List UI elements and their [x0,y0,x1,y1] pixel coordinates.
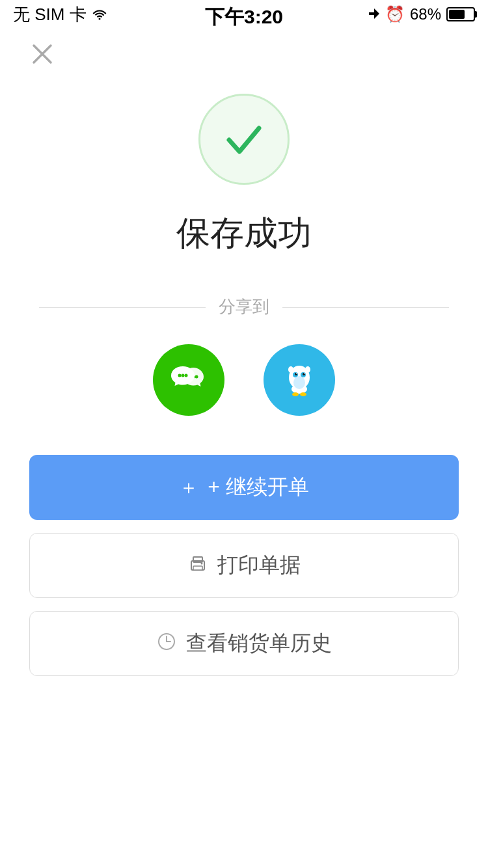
location-icon [368,5,380,23]
svg-point-21 [296,373,297,374]
status-time: 下午3:20 [205,4,283,31]
svg-point-23 [293,376,305,389]
plus-icon: ＋ [179,474,198,501]
actions: ＋ + 继续开单 打印单据 查看销货单历史 [29,455,459,676]
battery-fill [449,10,465,19]
success-icon-circle [198,94,290,185]
svg-point-11 [185,374,188,377]
continue-order-button[interactable]: ＋ + 继续开单 [29,455,459,520]
alarm-icon: ⏰ [385,5,405,23]
svg-point-14 [292,392,299,396]
share-divider: 分享到 [0,295,488,318]
svg-point-15 [300,392,306,396]
svg-point-9 [178,374,182,377]
svg-point-25 [305,366,310,373]
print-button[interactable]: 打印单据 [29,533,459,598]
wechat-icon [169,362,209,398]
status-left: 无 SIM 卡 [13,3,107,26]
history-icon [156,631,177,657]
continue-order-label: + 继续开单 [208,473,309,502]
main-content: 保存成功 分享到 [0,29,488,676]
battery-box [446,7,475,21]
wifi-icon [92,5,107,25]
share-section: 分享到 [0,295,488,455]
share-buttons [153,344,335,416]
close-icon [31,43,53,65]
svg-rect-28 [193,566,202,570]
svg-point-5 [195,375,198,379]
history-label: 查看销货单历史 [186,629,332,658]
svg-point-29 [201,562,203,564]
battery-percent: 68% [410,5,441,23]
print-icon [187,553,208,578]
svg-point-19 [295,373,297,375]
sim-text: 无 SIM 卡 [13,3,87,26]
battery-indicator [446,7,475,21]
qq-share-button[interactable] [264,344,335,416]
close-button[interactable] [26,38,59,70]
svg-point-20 [303,373,305,375]
share-label: 分享到 [206,295,282,318]
status-bar: 无 SIM 卡 下午3:20 ⏰ 68% [0,0,488,29]
success-title: 保存成功 [176,211,312,256]
svg-point-24 [288,366,293,373]
svg-point-10 [182,374,185,377]
svg-point-22 [304,373,305,374]
checkmark-icon [221,116,267,162]
history-button[interactable]: 查看销货单历史 [29,611,459,676]
print-label: 打印单据 [217,551,301,580]
wechat-share-button[interactable] [153,344,224,416]
status-right: ⏰ 68% [368,5,475,23]
qq-icon [280,360,319,400]
